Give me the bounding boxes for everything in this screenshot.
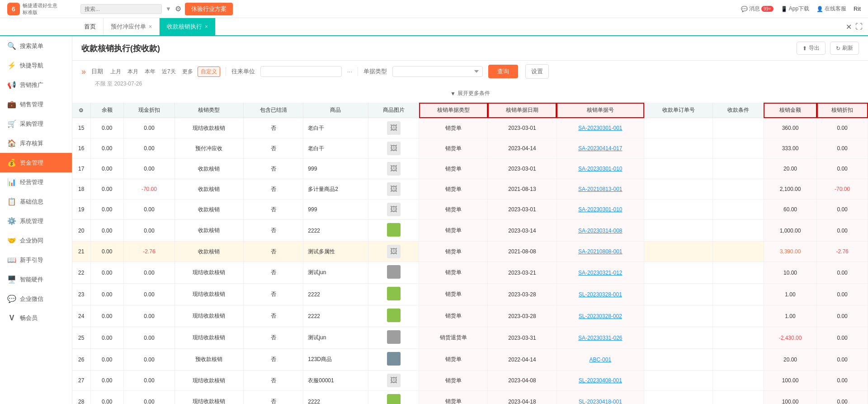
doc-no-link[interactable]: SA-20230331-026 bbox=[578, 335, 622, 341]
company-filter-input[interactable] bbox=[260, 66, 342, 77]
product-img-icon: 🖼 bbox=[387, 162, 401, 176]
sidebar-item-search[interactable]: 🔍 搜索菜单 bbox=[0, 36, 72, 56]
td-discount: 0.00 bbox=[817, 200, 868, 220]
expand-arrow-icon: ▼ bbox=[450, 90, 456, 97]
td-balance: 0.00 bbox=[90, 242, 124, 262]
expand-conditions-btn[interactable]: ▼ 展开更多条件 bbox=[81, 88, 859, 99]
tab-expand-button[interactable]: ⛶ bbox=[855, 23, 863, 31]
date-btn-custom[interactable]: 自定义 bbox=[198, 67, 220, 77]
sidebar: 🔍 搜索菜单 ⚡ 快捷导航 📢 营销推广 💼 销售管理 🛒 采购管理 🏠 库存核… bbox=[0, 36, 72, 404]
online-service[interactable]: 👤 在线客服 bbox=[816, 5, 846, 13]
th-settings[interactable]: ⚙ bbox=[72, 103, 90, 118]
sidebar-label-operations: 经营管理 bbox=[20, 178, 43, 186]
solution-button[interactable]: 休验行业方案 bbox=[185, 3, 233, 15]
date-btn-this-month[interactable]: 本月 bbox=[126, 67, 140, 76]
doc-no-link[interactable]: SA-20210808-001 bbox=[578, 248, 622, 255]
td-doc-type: 销货单 bbox=[419, 220, 488, 242]
td-discount: -70.00 bbox=[817, 179, 868, 200]
tab-prepay[interactable]: 预付冲应付单 × bbox=[104, 18, 160, 35]
message-icon[interactable]: 💬 消息 99+ bbox=[741, 5, 774, 13]
td-product-img: 🖼 bbox=[368, 159, 419, 179]
user-name[interactable]: Rit bbox=[854, 5, 861, 12]
sidebar-item-inventory[interactable]: 🏠 库存核算 bbox=[0, 133, 72, 153]
refresh-button[interactable]: ↻ 刷新 bbox=[830, 42, 859, 55]
sidebar-item-hardware[interactable]: 🖥️ 智能硬件 bbox=[0, 270, 72, 289]
app-download[interactable]: 📱 App下载 bbox=[781, 5, 809, 13]
doc-no-link[interactable]: SL-20230328-001 bbox=[579, 291, 622, 298]
company-ellipsis[interactable]: ··· bbox=[347, 68, 353, 75]
tab-home-label: 首页 bbox=[84, 23, 96, 31]
sidebar-item-quick[interactable]: ⚡ 快捷导航 bbox=[0, 56, 72, 75]
export-button[interactable]: ⬆ 导出 bbox=[797, 42, 826, 55]
sidebar-item-member[interactable]: V 畅会员 bbox=[0, 309, 72, 328]
doc-no-link[interactable]: SA-20230301-010 bbox=[578, 166, 622, 172]
td-product-img bbox=[368, 284, 419, 305]
tab-prepay-close[interactable]: × bbox=[149, 24, 152, 30]
td-order-no bbox=[644, 159, 713, 179]
data-table-container: ⚙ 余额 现金折扣 核销类型 包含已结清 商品 商品图片 核销单据类型 核销单据… bbox=[72, 103, 868, 404]
td-doc-date: 2023-03-01 bbox=[488, 159, 557, 179]
td-order-no bbox=[644, 262, 713, 284]
table-row: 26 0.00 0.00 预收款核销 否 123D商品 销货单 2022-04-… bbox=[72, 349, 868, 371]
doc-type-filter-label: 单据类型 bbox=[363, 67, 387, 76]
sidebar-item-cooperation[interactable]: 🤝 企业协同 bbox=[0, 231, 72, 250]
sidebar-item-basic[interactable]: 📋 基础信息 bbox=[0, 192, 72, 211]
filter-divider-1 bbox=[226, 67, 226, 76]
doc-no-link[interactable]: ABC-001 bbox=[589, 356, 611, 363]
doc-no-link[interactable]: SA-20230414-017 bbox=[578, 145, 622, 152]
td-no: 26 bbox=[72, 349, 90, 371]
td-order-no bbox=[644, 327, 713, 349]
date-btn-this-year[interactable]: 本年 bbox=[143, 67, 157, 76]
doc-no-link[interactable]: SA-20210813-001 bbox=[578, 186, 622, 192]
td-product-img: 🖼 bbox=[368, 242, 419, 262]
sidebar-item-wechat[interactable]: 💬 企业微信 bbox=[0, 289, 72, 309]
doc-no-link[interactable]: SL-20230418-001 bbox=[579, 399, 622, 404]
td-no: 20 bbox=[72, 220, 90, 242]
settings-button[interactable]: 设置 bbox=[525, 64, 549, 79]
date-btn-7days[interactable]: 近7天 bbox=[160, 67, 178, 76]
date-range-display: 不限 至 2023-07-26 bbox=[95, 80, 859, 88]
doc-no-link[interactable]: SL-20230328-002 bbox=[579, 313, 622, 319]
sidebar-label-quick: 快捷导航 bbox=[20, 62, 43, 70]
tab-home[interactable]: 首页 bbox=[77, 18, 104, 35]
td-product-img: 🖼 bbox=[368, 179, 419, 200]
td-product: 测试jun bbox=[303, 262, 368, 284]
doc-no-link[interactable]: SA-20230301-001 bbox=[578, 125, 622, 131]
td-balance: 0.00 bbox=[90, 391, 124, 404]
date-btn-last-month[interactable]: 上月 bbox=[108, 67, 123, 76]
doc-type-select[interactable]: 销货单 销货退货单 bbox=[392, 66, 483, 77]
tab-collection-close[interactable]: × bbox=[205, 24, 208, 30]
sidebar-item-finance[interactable]: 💰 资金管理 bbox=[0, 153, 72, 172]
tab-collection[interactable]: 收款核销执行 × bbox=[160, 18, 216, 35]
filter-section: » 日期 上月 本月 本年 近7天 更多 自定义 往来单位 ··· 单据类型 bbox=[72, 61, 868, 103]
sidebar-item-guide[interactable]: 📖 新手引导 bbox=[0, 250, 72, 270]
td-payment-terms bbox=[713, 284, 764, 305]
doc-no-link[interactable]: SA-20230314-008 bbox=[578, 228, 622, 234]
search-input[interactable] bbox=[80, 4, 162, 14]
sidebar-item-purchase[interactable]: 🛒 采购管理 bbox=[0, 114, 72, 133]
tab-close-button[interactable]: ✕ bbox=[846, 23, 852, 31]
wechat-icon: 💬 bbox=[7, 295, 16, 303]
td-balance: 0.00 bbox=[90, 284, 124, 305]
query-button[interactable]: 查询 bbox=[488, 65, 518, 78]
td-no: 21 bbox=[72, 242, 90, 262]
date-btn-more[interactable]: 更多 bbox=[180, 67, 195, 76]
sidebar-label-sales: 销售管理 bbox=[20, 100, 43, 109]
sidebar-item-sales[interactable]: 💼 销售管理 bbox=[0, 95, 72, 114]
doc-no-link[interactable]: SA-20230321-012 bbox=[578, 270, 622, 276]
td-discount: 0.00 bbox=[817, 349, 868, 371]
td-doc-type: 销货单 bbox=[419, 305, 488, 327]
sidebar-item-system[interactable]: ⚙️ 系统管理 bbox=[0, 211, 72, 231]
th-doc-date: 核销单据日期 bbox=[488, 103, 557, 118]
doc-no-link[interactable]: SL-20230408-001 bbox=[579, 377, 622, 384]
product-img bbox=[387, 265, 401, 279]
td-doc-type: 销货退货单 bbox=[419, 327, 488, 349]
sidebar-item-marketing[interactable]: 📢 营销推广 bbox=[0, 75, 72, 95]
doc-no-link[interactable]: SA-20230301-010 bbox=[578, 206, 622, 213]
th-payment-terms: 收款条件 bbox=[713, 103, 764, 118]
sidebar-label-search: 搜索菜单 bbox=[20, 42, 43, 50]
gear-icon[interactable]: ⚙ bbox=[175, 5, 181, 13]
td-doc-type: 销货单 bbox=[419, 159, 488, 179]
collapse-arrow[interactable]: » bbox=[81, 67, 86, 76]
sidebar-item-operations[interactable]: 📊 经营管理 bbox=[0, 172, 72, 192]
